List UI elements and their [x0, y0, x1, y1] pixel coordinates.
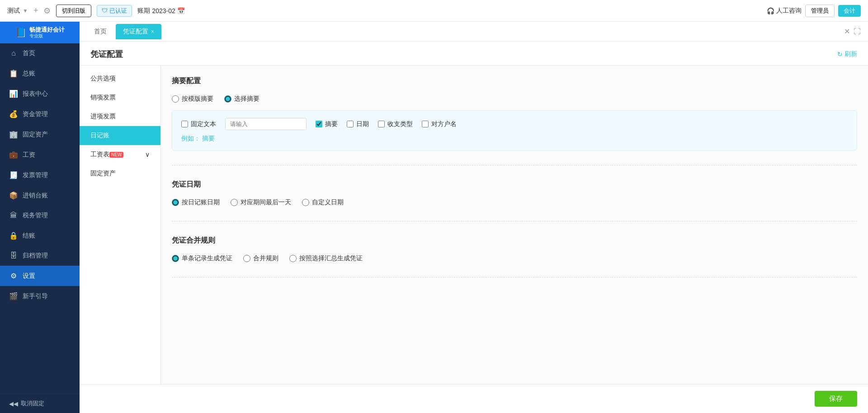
page-title: 凭证配置	[90, 49, 123, 60]
trade-icon: 📦	[9, 191, 18, 200]
radio-single-record[interactable]: 单条记录生成凭证	[172, 254, 232, 263]
sidebar-item-trade[interactable]: 📦 进销台账	[0, 185, 80, 206]
summary-radio-group: 按模版摘要 选择摘要	[172, 95, 857, 103]
fixed-text-input[interactable]	[225, 118, 307, 130]
tab-expand-button[interactable]: ⛶	[854, 27, 861, 36]
sidebar-item-invoice[interactable]: 🧾 发票管理	[0, 165, 80, 185]
left-nav-purchase-label: 进项发票	[90, 113, 116, 121]
sidebar-label-trade: 进销台账	[23, 192, 48, 200]
add-icon[interactable]: +	[33, 6, 38, 15]
page-header: 凭证配置 ↻ 刷新	[80, 42, 868, 66]
sidebar-label-reports: 报表中心	[23, 90, 48, 98]
radio-single-record-input[interactable]	[172, 255, 179, 262]
consult-button[interactable]: 🎧 人工咨询	[767, 7, 802, 15]
sidebar-label-ledger: 总账	[23, 70, 35, 78]
sidebar-footer-unpin[interactable]: ◀◀ 取消固定	[0, 394, 80, 413]
left-nav-journal-label: 日记账	[90, 131, 109, 140]
radio-journal-date[interactable]: 按日记账日期	[172, 198, 220, 206]
checkbox-summary[interactable]: 摘要	[316, 120, 338, 128]
voucher-date-section: 凭证日期 按日记账日期 对应期间最后一天 自定义日期	[172, 180, 857, 206]
summary-config-title: 摘要配置	[172, 76, 857, 86]
sidebar-item-payroll[interactable]: 💼 工资	[0, 145, 80, 165]
app-logo: 📘 畅捷通好会计 专业版	[0, 22, 80, 43]
header-actions: 🎧 人工咨询 管理员 会计	[767, 5, 861, 17]
workspace-dropdown-icon[interactable]: ▼	[23, 8, 28, 14]
checkbox-counterpart-input[interactable]	[422, 121, 429, 127]
sidebar-item-close[interactable]: 🔒 结账	[0, 225, 80, 246]
manager-button[interactable]: 管理员	[805, 5, 835, 17]
switch-old-button[interactable]: 切到旧版	[56, 5, 91, 17]
left-nav-journal[interactable]: 日记账	[80, 126, 160, 145]
sidebar-item-funds[interactable]: 💰 资金管理	[0, 104, 80, 124]
radio-template-summary[interactable]: 按模版摘要	[172, 95, 213, 103]
checkbox-income-type-input[interactable]	[378, 121, 385, 127]
tab-close-icon[interactable]: ×	[151, 28, 154, 35]
left-nav-payroll-sheet[interactable]: 工资表 NEW ∨	[80, 145, 160, 164]
checkbox-fixed-text[interactable]: 固定文本	[181, 120, 216, 128]
left-nav-public[interactable]: 公共选项	[80, 69, 160, 88]
radio-period-last[interactable]: 对应期间最后一天	[231, 198, 291, 206]
sidebar-item-ledger[interactable]: 📋 总账	[0, 63, 80, 84]
left-nav: 公共选项 销项发票 进项发票 日记账 工资表 NEW ∨ 固定资产	[80, 66, 161, 384]
radio-template-input[interactable]	[172, 95, 179, 103]
sidebar-item-assets[interactable]: 🏢 固定资产	[0, 124, 80, 145]
radio-selected-summary[interactable]: 按照选择汇总生成凭证	[289, 254, 363, 263]
right-content: 摘要配置 按模版摘要 选择摘要	[161, 66, 868, 384]
tab-voucher-config-label: 凭证配置	[123, 28, 148, 36]
accountant-button[interactable]: 会计	[838, 5, 861, 17]
expand-icon: ∨	[145, 151, 150, 158]
left-nav-sales[interactable]: 销项发票	[80, 88, 160, 107]
settings-icon[interactable]: ⚙	[43, 6, 51, 16]
voucher-merge-title: 凭证合并规则	[172, 236, 857, 245]
radio-journal-date-input[interactable]	[172, 199, 179, 206]
left-nav-fixed-assets-label: 固定资产	[90, 169, 116, 178]
radio-period-last-input[interactable]	[231, 199, 238, 206]
sidebar-item-reports[interactable]: 📊 报表中心	[0, 84, 80, 104]
inner-layout: 公共选项 销项发票 进项发票 日记账 工资表 NEW ∨ 固定资产	[80, 66, 868, 384]
left-nav-purchase[interactable]: 进项发票	[80, 107, 160, 126]
save-button[interactable]: 保存	[815, 391, 857, 407]
checkbox-date-input[interactable]	[347, 121, 354, 127]
radio-custom-date[interactable]: 自定义日期	[302, 198, 344, 206]
checkbox-date[interactable]: 日期	[347, 120, 369, 128]
sidebar-item-home[interactable]: ⌂ 首页	[0, 43, 80, 63]
sidebar-scroll: ⌂ 首页 📋 总账 📊 报表中心 💰 资金管理 🏢 固定资产 💼 工资	[0, 43, 80, 394]
radio-select-input[interactable]	[224, 95, 231, 103]
period-info: 账期 2023-02 📅	[137, 7, 184, 15]
radio-selected-summary-input[interactable]	[289, 255, 297, 262]
workspace-selector[interactable]: 测试 ▼	[7, 7, 28, 15]
main-layout: 📘 畅捷通好会计 专业版 ⌂ 首页 📋 总账 📊 报表中心 💰	[0, 22, 868, 413]
radio-merge-rule[interactable]: 合并规则	[243, 254, 278, 263]
tab-home[interactable]: 首页	[87, 24, 114, 39]
summary-config-section: 摘要配置 按模版摘要 选择摘要	[172, 76, 857, 150]
divider-3	[172, 277, 857, 277]
sidebar: 📘 畅捷通好会计 专业版 ⌂ 首页 📋 总账 📊 报表中心 💰	[0, 22, 80, 413]
radio-custom-date-input[interactable]	[302, 199, 309, 206]
left-nav-fixed-assets[interactable]: 固定资产	[80, 164, 160, 183]
checkbox-counterpart[interactable]: 对方户名	[422, 120, 457, 128]
sidebar-item-settings[interactable]: ⚙ 设置	[0, 266, 80, 286]
example-text: 例如： 摘要	[181, 135, 848, 143]
unpin-icon: ◀◀	[9, 400, 18, 407]
sidebar-item-tax[interactable]: 🏛 税务管理	[0, 206, 80, 225]
refresh-button[interactable]: ↻ 刷新	[837, 50, 857, 58]
voucher-date-title: 凭证日期	[172, 180, 857, 189]
left-nav-sales-label: 销项发票	[90, 94, 116, 102]
summary-options-row: 固定文本 摘要 日期	[181, 118, 848, 130]
radio-merge-rule-input[interactable]	[243, 255, 250, 262]
home-icon: ⌂	[9, 49, 18, 57]
sidebar-label-assets: 固定资产	[23, 131, 48, 139]
tab-close-button[interactable]: ✕	[844, 27, 850, 36]
tab-voucher-config[interactable]: 凭证配置 ×	[116, 24, 161, 39]
radio-select-summary[interactable]: 选择摘要	[224, 95, 259, 103]
checkbox-fixed-text-input[interactable]	[181, 121, 188, 127]
sidebar-item-guide[interactable]: 🎬 新手引导	[0, 286, 80, 306]
assets-icon: 🏢	[9, 130, 18, 139]
funds-icon: 💰	[9, 110, 18, 118]
checkbox-income-type[interactable]: 收支类型	[378, 120, 413, 128]
checkbox-summary-input[interactable]	[316, 121, 322, 127]
voucher-merge-section: 凭证合并规则 单条记录生成凭证 合并规则 按照选择汇总生成凭证	[172, 236, 857, 263]
sidebar-item-archive[interactable]: 🗄 归档管理	[0, 246, 80, 266]
calendar-icon[interactable]: 📅	[177, 7, 185, 14]
voucher-date-radio-group: 按日记账日期 对应期间最后一天 自定义日期	[172, 198, 857, 206]
